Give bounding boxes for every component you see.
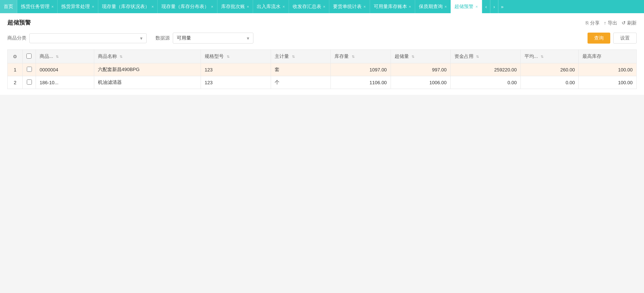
datasource-label: 数据源 bbox=[155, 35, 170, 41]
page-title: 超储预警 bbox=[7, 19, 31, 27]
category-filter: 商品分类 ▾ bbox=[7, 33, 147, 43]
sort-icon[interactable]: ⇅ bbox=[292, 55, 295, 59]
th-spec: 规格型号 ⇅ bbox=[201, 50, 271, 63]
close-icon[interactable]: × bbox=[282, 4, 285, 9]
cell-spec: 123 bbox=[201, 76, 271, 89]
nav-item-expiry[interactable]: 保质期查询 × bbox=[415, 0, 451, 13]
page-header: 超储预警 ⎘ 分享 ↑ 导出 ↺ 刷新 bbox=[7, 19, 637, 27]
th-code: 商品... ⇅ bbox=[36, 50, 94, 63]
cell-max: 100.00 bbox=[579, 76, 637, 89]
nav-item-stock-status[interactable]: 现存量（库存状况表） × bbox=[98, 0, 158, 13]
close-icon[interactable]: × bbox=[323, 4, 325, 9]
th-over: 超储量 ⇅ bbox=[391, 50, 450, 63]
nav-more-arrow[interactable]: » bbox=[498, 0, 506, 13]
nav-next-arrow[interactable]: › bbox=[490, 0, 498, 13]
nav-item-pick-task[interactable]: 拣货任务管理 × bbox=[17, 0, 58, 13]
nav-item-summary[interactable]: 收发存汇总表 × bbox=[289, 0, 329, 13]
sort-icon[interactable]: ⇅ bbox=[120, 55, 122, 59]
chevron-down-icon: ▾ bbox=[140, 36, 143, 41]
query-button[interactable]: 查询 bbox=[588, 33, 610, 44]
table-row[interactable]: 1 0000004 六配套新昌490BPG 123 套 1097.00 997.… bbox=[8, 63, 637, 76]
category-select[interactable]: ▾ bbox=[29, 33, 147, 43]
cell-stock: 1106.00 bbox=[331, 76, 391, 89]
datasource-select[interactable]: 可用量 ▾ bbox=[173, 33, 253, 44]
share-icon: ⎘ bbox=[586, 20, 589, 26]
export-button[interactable]: ↑ 导出 bbox=[604, 20, 618, 26]
close-icon[interactable]: × bbox=[211, 4, 213, 9]
cell-name: 六配套新昌490BPG bbox=[94, 63, 201, 76]
cell-stock: 1097.00 bbox=[331, 63, 391, 76]
nav-item-available-stock[interactable]: 可用量库存账本 × bbox=[370, 0, 415, 13]
th-avg: 平均... ⇅ bbox=[520, 50, 579, 63]
chevron-down-icon: ▾ bbox=[247, 36, 249, 41]
row-checkbox[interactable] bbox=[27, 79, 32, 85]
close-icon[interactable]: × bbox=[92, 4, 94, 9]
datasource-filter: 数据源 可用量 ▾ bbox=[155, 33, 253, 44]
share-button[interactable]: ⎘ 分享 bbox=[586, 20, 600, 26]
cell-code: 0000004 bbox=[36, 63, 94, 76]
cell-over: 1006.00 bbox=[391, 76, 450, 89]
cell-capital: 259220.00 bbox=[450, 63, 520, 76]
nav-item-home[interactable]: 首页 bbox=[0, 0, 17, 13]
cell-avg: 0.00 bbox=[520, 76, 579, 89]
top-navigation: 首页 拣货任务管理 × 拣货异常处理 × 现存量（库存状况表） × 现存量（库存… bbox=[0, 0, 644, 13]
close-icon[interactable]: × bbox=[444, 4, 447, 9]
cell-index: 2 bbox=[8, 76, 23, 89]
row-checkbox[interactable] bbox=[27, 67, 32, 72]
cell-name: 机油滤清器 bbox=[94, 76, 201, 89]
refresh-icon: ↺ bbox=[622, 20, 626, 26]
sort-icon[interactable]: ⇅ bbox=[227, 55, 230, 59]
cell-unit: 套 bbox=[271, 63, 331, 76]
th-capital: 资金占用 ⇅ bbox=[450, 50, 520, 63]
refresh-button[interactable]: ↺ 刷新 bbox=[622, 20, 637, 26]
sort-icon[interactable]: ⇅ bbox=[476, 55, 479, 59]
datasource-value: 可用量 bbox=[177, 35, 191, 41]
nav-item-pick-exception[interactable]: 拣货异常处理 × bbox=[58, 0, 98, 13]
cell-spec: 123 bbox=[201, 63, 271, 76]
nav-item-inout-flow[interactable]: 出入库流水 × bbox=[253, 0, 289, 13]
cell-unit: 个 bbox=[271, 76, 331, 89]
cell-index: 1 bbox=[8, 63, 23, 76]
th-name: 商品名称 ⇅ bbox=[94, 50, 201, 63]
nav-item-stock-dist[interactable]: 现存量（库存分布表） × bbox=[158, 0, 217, 13]
nav-item-batch-account[interactable]: 库存批次账 × bbox=[217, 0, 253, 13]
select-all-checkbox[interactable] bbox=[26, 53, 32, 59]
cell-code: 186-10... bbox=[36, 76, 94, 89]
cell-over: 997.00 bbox=[391, 63, 450, 76]
cell-max: 100.00 bbox=[579, 63, 637, 76]
sort-icon[interactable]: ⇅ bbox=[56, 55, 59, 59]
cell-checkbox bbox=[23, 76, 36, 89]
table-row[interactable]: 2 186-10... 机油滤清器 123 个 1106.00 1006.00 … bbox=[8, 76, 637, 89]
nav-item-overstock[interactable]: 超储预警 × bbox=[451, 0, 482, 13]
export-icon: ↑ bbox=[604, 20, 607, 26]
sort-icon[interactable]: ⇅ bbox=[411, 55, 414, 59]
table-header-row: ⚙ 商品... ⇅ 商品名称 ⇅ 规格型号 ⇅ 主计量 bbox=[8, 50, 637, 63]
filter-actions: 查询 设置 bbox=[588, 33, 637, 44]
th-max: 最高库存 bbox=[579, 50, 637, 63]
sort-icon[interactable]: ⇅ bbox=[541, 55, 544, 59]
cell-capital: 0.00 bbox=[450, 76, 520, 89]
data-table: ⚙ 商品... ⇅ 商品名称 ⇅ 规格型号 ⇅ 主计量 bbox=[7, 49, 637, 89]
close-icon[interactable]: × bbox=[409, 4, 411, 9]
cell-avg: 260.00 bbox=[520, 63, 579, 76]
nav-prev-arrow[interactable]: ‹ bbox=[482, 0, 490, 13]
th-settings: ⚙ bbox=[8, 50, 23, 63]
close-icon[interactable]: × bbox=[475, 4, 477, 9]
th-unit: 主计量 ⇅ bbox=[271, 50, 331, 63]
page-content: 超储预警 ⎘ 分享 ↑ 导出 ↺ 刷新 商品分类 ▾ 数据源 bbox=[0, 13, 644, 95]
close-icon[interactable]: × bbox=[363, 4, 366, 9]
cell-checkbox bbox=[23, 63, 36, 76]
filter-row: 商品分类 ▾ 数据源 可用量 ▾ 查询 设置 bbox=[7, 33, 637, 44]
settings-icon[interactable]: ⚙ bbox=[11, 53, 19, 60]
th-checkbox bbox=[23, 50, 36, 63]
close-icon[interactable]: × bbox=[151, 4, 154, 9]
settings-button[interactable]: 设置 bbox=[613, 33, 637, 44]
sort-icon[interactable]: ⇅ bbox=[352, 55, 355, 59]
close-icon[interactable]: × bbox=[247, 4, 249, 9]
category-label: 商品分类 bbox=[7, 35, 26, 41]
header-actions: ⎘ 分享 ↑ 导出 ↺ 刷新 bbox=[586, 20, 637, 26]
nav-item-order-stats[interactable]: 要货单统计表 × bbox=[329, 0, 370, 13]
th-stock: 库存量 ⇅ bbox=[331, 50, 391, 63]
close-icon[interactable]: × bbox=[51, 4, 54, 9]
